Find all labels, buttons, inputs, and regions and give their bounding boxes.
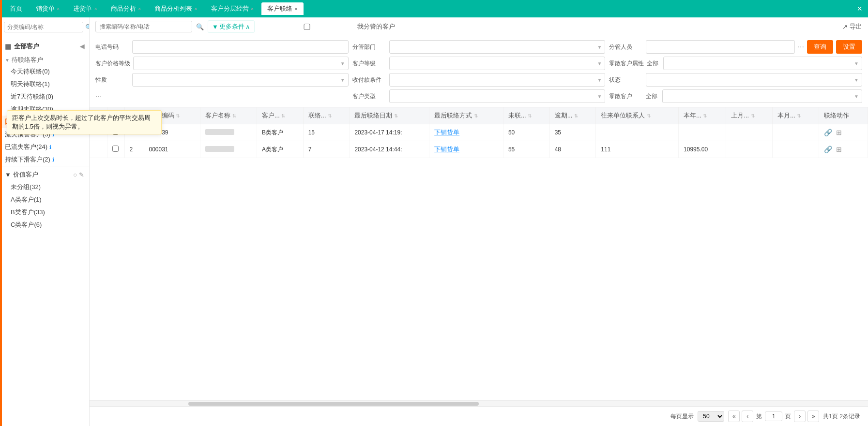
- sort-icon-this-month[interactable]: ⇅: [797, 113, 801, 118]
- row2-select-checkbox[interactable]: [112, 146, 119, 152]
- row1-link-icon[interactable]: 🔗: [824, 129, 832, 136]
- close-customer-contact[interactable]: ×: [294, 6, 297, 12]
- query-button[interactable]: 查询: [807, 40, 833, 54]
- per-page-select[interactable]: 50 20 100: [698, 411, 724, 422]
- chevron-down-icon: ▼: [597, 44, 602, 50]
- value-group-header[interactable]: ▼ 价值客户 ○ ✎: [0, 168, 89, 181]
- row2-contact-method-link[interactable]: 下销货单: [434, 146, 459, 153]
- pending-contact-group[interactable]: ▼ 待联络客户: [0, 54, 89, 65]
- status-select[interactable]: ▼: [646, 73, 862, 87]
- customer-table-container: ⚙ 客户编码 ⇅ 客户名称 ⇅: [90, 107, 868, 400]
- col-last-month: 上月... ⇅: [726, 107, 773, 124]
- category-search-input[interactable]: [4, 22, 83, 32]
- close-sales-order[interactable]: ×: [57, 6, 60, 12]
- nature-select[interactable]: ▼: [132, 73, 349, 87]
- retail-attr-select[interactable]: ▼: [663, 57, 862, 70]
- customer-type-select[interactable]: ▼: [389, 89, 606, 103]
- my-customers-checkbox-group: 我分管的客户: [259, 22, 395, 31]
- sort-icon-overdue[interactable]: ⇅: [574, 113, 578, 118]
- customer-search-input[interactable]: [95, 21, 192, 32]
- nav-product-analysis-list[interactable]: 商品分析列表 ×: [149, 2, 203, 15]
- sort-icon-date[interactable]: ⇅: [394, 113, 398, 118]
- sidebar-item-ungrouped[interactable]: 未分组(32): [0, 181, 89, 193]
- last-page-button[interactable]: »: [807, 411, 819, 422]
- nav-sales-order[interactable]: 销货单 ×: [30, 2, 65, 15]
- sort-icon-category[interactable]: ⇅: [281, 113, 285, 118]
- chevron-down-icon: ▼: [854, 94, 859, 99]
- category-search-button[interactable]: 🔍: [85, 21, 90, 33]
- customer-table: ⚙ 客户编码 ⇅ 客户名称 ⇅: [90, 107, 868, 158]
- prev-page-button[interactable]: ‹: [742, 411, 753, 422]
- info-icon-2[interactable]: ℹ: [49, 144, 51, 150]
- nav-purchase-order[interactable]: 进货单 ×: [67, 2, 103, 15]
- info-icon-3[interactable]: ℹ: [52, 157, 54, 163]
- sort-icon-not-contacted[interactable]: ⇅: [528, 113, 532, 118]
- phone-input[interactable]: [132, 40, 349, 54]
- row2-last-month: [726, 141, 773, 158]
- sidebar-item-7days[interactable]: 近7天待联络(0): [0, 90, 89, 103]
- sort-icon-this-year[interactable]: ⇅: [703, 113, 707, 118]
- dept-select[interactable]: ▼: [389, 40, 606, 54]
- sidebar-item-today[interactable]: 今天待联络(0): [0, 65, 89, 78]
- all-customers-header[interactable]: ▦ 全部客户 ◀: [0, 39, 89, 54]
- my-customers-checkbox[interactable]: [259, 24, 355, 30]
- manager-select[interactable]: [646, 40, 794, 54]
- sort-icon-unit-contact[interactable]: ⇅: [647, 113, 651, 118]
- horizontal-scrollbar[interactable]: [90, 400, 868, 406]
- nav-product-analysis[interactable]: 商品分析 ×: [105, 2, 147, 15]
- sidebar-item-declining[interactable]: 持续下滑客户(2) ℹ: [0, 153, 89, 166]
- more-dots-icon[interactable]: ···: [798, 43, 804, 51]
- more-conditions-button[interactable]: ▼ 更多条件 ∧: [208, 20, 255, 33]
- chevron-down-icon: ▼: [854, 77, 859, 83]
- export-button[interactable]: ↗ 导出: [842, 22, 862, 31]
- price-level-select[interactable]: ▼: [133, 57, 349, 70]
- row2-link-icon[interactable]: 🔗: [824, 146, 832, 153]
- expand-icon: ▼: [5, 58, 10, 63]
- dept-label: 分管部门: [352, 43, 386, 51]
- settings-button[interactable]: 设置: [836, 40, 862, 54]
- row1-last-contact-method[interactable]: 下销货单: [429, 124, 503, 141]
- row2-overdue: 48: [549, 141, 596, 158]
- nav-customer-contact[interactable]: 客户联络 ×: [261, 2, 303, 15]
- sidebar-item-b-class[interactable]: B类客户(33): [0, 206, 89, 219]
- sort-icon-name[interactable]: ⇅: [232, 113, 236, 118]
- chevron-down-icon: ▼: [854, 61, 859, 66]
- retail-customer-select[interactable]: ▼: [662, 89, 862, 103]
- value-group-section: ▼ 价值客户 ○ ✎ 未分组(32) A类客户(1) B类客户(33): [0, 166, 89, 233]
- value-group-edit-icon[interactable]: ✎: [79, 171, 84, 178]
- sort-icon-method[interactable]: ⇅: [474, 113, 478, 118]
- nav-home[interactable]: 首页: [4, 2, 28, 15]
- row1-contact-method-link[interactable]: 下销货单: [434, 129, 459, 136]
- sidebar-item-a-class[interactable]: A类客户(1): [0, 193, 89, 206]
- close-purchase-order[interactable]: ×: [94, 6, 97, 12]
- payment-select[interactable]: ▼: [389, 73, 606, 87]
- page-number-input[interactable]: [765, 411, 782, 421]
- sort-icon-code[interactable]: ⇅: [176, 113, 180, 118]
- sidebar-search-bar: 🔍: [0, 17, 89, 37]
- filter-payment: 收付款条件 ▼: [352, 73, 606, 87]
- close-customer-segmentation[interactable]: ×: [251, 6, 254, 12]
- more-dots-icon[interactable]: ···: [95, 92, 102, 101]
- collapse-icon[interactable]: ◀: [80, 43, 84, 50]
- close-product-analysis[interactable]: ×: [138, 6, 141, 12]
- nav-customer-segmentation[interactable]: 客户分层经营 ×: [205, 2, 259, 15]
- close-all-tabs[interactable]: ×: [857, 4, 862, 14]
- first-page-button[interactable]: «: [728, 411, 740, 422]
- sort-icon-last-month[interactable]: ⇅: [751, 113, 755, 118]
- value-group-add-icon[interactable]: ○: [73, 171, 77, 178]
- sidebar-item-tomorrow[interactable]: 明天待联络(1): [0, 78, 89, 90]
- next-page-button[interactable]: ›: [794, 411, 806, 422]
- sidebar-item-churned[interactable]: 已流失客户(24) ℹ: [0, 141, 89, 153]
- sort-icon-contact[interactable]: ⇅: [328, 113, 332, 118]
- scroll-thumb[interactable]: [188, 402, 479, 406]
- sidebar-item-c-class[interactable]: C类客户(6): [0, 219, 89, 231]
- pagination: « ‹ 第 页 › »: [728, 411, 819, 422]
- customer-search-button[interactable]: 🔍: [196, 23, 204, 30]
- retail-attr-label: 零散客户属性: [609, 59, 644, 68]
- close-product-analysis-list[interactable]: ×: [194, 6, 197, 12]
- row2-last-contact-method[interactable]: 下销货单: [429, 141, 503, 158]
- customer-level-select[interactable]: ▼: [389, 57, 606, 70]
- row2-grid-icon[interactable]: ⊞: [836, 146, 842, 153]
- row1-grid-icon[interactable]: ⊞: [836, 129, 842, 136]
- main-layout: 🔍 ▦ 全部客户 ◀ ▼ 待联络客户 今天待联络(0) 明天待联络(1): [0, 17, 868, 426]
